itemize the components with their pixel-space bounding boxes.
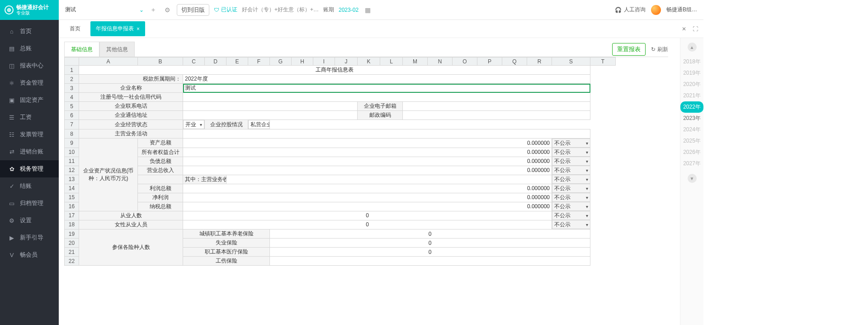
insurance-value[interactable]: 0 <box>270 248 590 257</box>
row-number[interactable]: 21 <box>65 248 79 257</box>
row-number[interactable]: 13 <box>65 175 79 184</box>
support-button[interactable]: 🎧 人工咨询 <box>615 6 646 14</box>
reset-report-button[interactable]: 重置报表 <box>612 43 646 56</box>
nav-gear[interactable]: ⚙设置 <box>0 212 59 229</box>
fullscreen-icon[interactable]: ⛶ <box>693 26 698 32</box>
fin-value[interactable]: 0.000000 <box>183 184 552 193</box>
dropdown-cell[interactable]: 不公示 <box>552 139 590 148</box>
fin-value[interactable] <box>226 175 552 184</box>
nav-guide[interactable]: ▶新手引导 <box>0 229 59 246</box>
row-number[interactable]: 4 <box>65 93 79 102</box>
dropdown-cell[interactable]: 不公示 <box>552 166 590 175</box>
vertical-scrollbar[interactable] <box>674 38 680 325</box>
tab-annual-report[interactable]: 年报信息申报表 × <box>90 21 145 36</box>
mainbiz-value[interactable] <box>183 129 590 139</box>
row-number[interactable]: 2 <box>65 75 79 84</box>
col-header[interactable]: C <box>183 57 205 66</box>
col-header[interactable]: A <box>79 57 138 66</box>
nav-home[interactable]: ⌂首页 <box>0 23 59 40</box>
col-header[interactable]: H <box>292 57 313 66</box>
col-header[interactable]: B <box>138 57 183 66</box>
nav-salary[interactable]: ☰工资 <box>0 109 59 126</box>
row-number[interactable]: 5 <box>65 102 79 111</box>
dropdown-cell[interactable]: 不公示 <box>552 202 590 211</box>
row-number[interactable]: 20 <box>65 239 79 248</box>
row-number[interactable]: 11 <box>65 157 79 166</box>
nav-archive[interactable]: ▭归档管理 <box>0 195 59 212</box>
nav-chart[interactable]: ◫报表中心 <box>0 57 59 74</box>
col-header[interactable]: P <box>477 57 502 66</box>
insurance-value[interactable] <box>270 257 590 266</box>
dropdown-cell[interactable]: 不公示 <box>552 193 590 202</box>
calendar-icon[interactable]: ▦ <box>363 6 373 14</box>
col-header[interactable]: T <box>590 57 616 66</box>
year-option[interactable]: 2024年 <box>680 124 703 135</box>
dropdown-cell[interactable]: 不公示 <box>552 157 590 166</box>
nav-vip[interactable]: V畅会员 <box>0 246 59 263</box>
col-header[interactable]: I <box>313 57 335 66</box>
status-value[interactable]: 开业 <box>183 120 204 129</box>
nav-ledger[interactable]: ▤总账 <box>0 40 59 57</box>
col-header[interactable]: F <box>248 57 270 66</box>
tab-home[interactable]: 首页 <box>64 21 86 36</box>
fin-value[interactable]: 0.000000 <box>183 166 552 175</box>
nav-close[interactable]: ✓结账 <box>0 177 59 195</box>
row-number[interactable]: 16 <box>65 202 79 211</box>
close-icon[interactable]: × <box>137 26 140 32</box>
dropdown-cell[interactable]: 不公示 <box>552 175 590 184</box>
col-header[interactable]: O <box>453 57 477 66</box>
col-header[interactable] <box>65 57 79 66</box>
row-number[interactable]: 15 <box>65 193 79 202</box>
female-value[interactable]: 0 <box>183 220 552 229</box>
col-header[interactable]: R <box>527 57 552 66</box>
col-header[interactable]: D <box>205 57 226 66</box>
address-value[interactable] <box>183 111 358 120</box>
row-number[interactable]: 14 <box>65 184 79 193</box>
row-number[interactable]: 17 <box>65 211 79 220</box>
insurance-value[interactable]: 0 <box>270 239 590 248</box>
subtab-other[interactable]: 其他信息 <box>99 42 135 57</box>
year-down-icon[interactable]: ▼ <box>688 174 697 183</box>
fin-value[interactable]: 0.000000 <box>183 148 552 157</box>
year-option[interactable]: 2019年 <box>680 67 703 79</box>
row-number[interactable]: 9 <box>65 139 79 148</box>
col-header[interactable]: L <box>380 57 403 66</box>
row-number[interactable]: 10 <box>65 148 79 157</box>
nav-inout[interactable]: ⇄进销台账 <box>0 143 59 160</box>
org-selector[interactable]: 测试 ⌄ <box>65 6 144 14</box>
tab-close-all-icon[interactable]: ✕ <box>682 26 686 32</box>
nav-asset[interactable]: ▣固定资产 <box>0 91 59 109</box>
year-option[interactable]: 2025年 <box>680 135 703 147</box>
email-value[interactable] <box>403 102 590 111</box>
fin-value[interactable]: 0.000000 <box>183 193 552 202</box>
employees-value[interactable]: 0 <box>183 211 552 220</box>
row-number[interactable]: 19 <box>65 229 79 239</box>
year-option[interactable]: 2023年 <box>680 113 703 124</box>
col-header[interactable]: K <box>358 57 380 66</box>
col-header[interactable]: G <box>270 57 292 66</box>
year-option[interactable]: 2022年 <box>680 101 703 113</box>
nav-fund[interactable]: ⚛资金管理 <box>0 74 59 91</box>
dropdown-cell[interactable]: 不公示 <box>552 148 590 157</box>
col-header[interactable]: M <box>403 57 428 66</box>
reg-code-value[interactable] <box>183 93 590 102</box>
refresh-button[interactable]: ↻ 刷新 <box>651 46 668 53</box>
year-option[interactable]: 2027年 <box>680 158 703 169</box>
row-number[interactable]: 18 <box>65 220 79 229</box>
spreadsheet[interactable]: ABCDEFGHIJKLMNOPQRST 1工商年报信息表2税款所属期间：202… <box>64 57 616 266</box>
nav-invoice[interactable]: ☷发票管理 <box>0 126 59 143</box>
switch-old-button[interactable]: 切到旧版 <box>177 4 209 16</box>
year-option[interactable]: 2020年 <box>680 79 703 90</box>
holding-value[interactable]: 私营企业 <box>248 120 270 129</box>
user-name[interactable]: 畅捷通B组… <box>666 6 697 14</box>
row-number[interactable]: 12 <box>65 166 79 175</box>
gear-icon[interactable]: ⚙ <box>163 6 172 14</box>
dropdown-cell[interactable]: 不公示 <box>552 211 590 220</box>
insurance-value[interactable]: 0 <box>270 229 590 239</box>
add-icon[interactable]: ＋ <box>148 6 158 14</box>
dropdown-cell[interactable]: 不公示 <box>552 220 590 229</box>
fin-value[interactable]: 0.000000 <box>183 202 552 211</box>
dropdown-cell[interactable]: 不公示 <box>552 184 590 193</box>
subtab-basic[interactable]: 基础信息 <box>64 42 99 57</box>
col-header[interactable]: N <box>428 57 453 66</box>
